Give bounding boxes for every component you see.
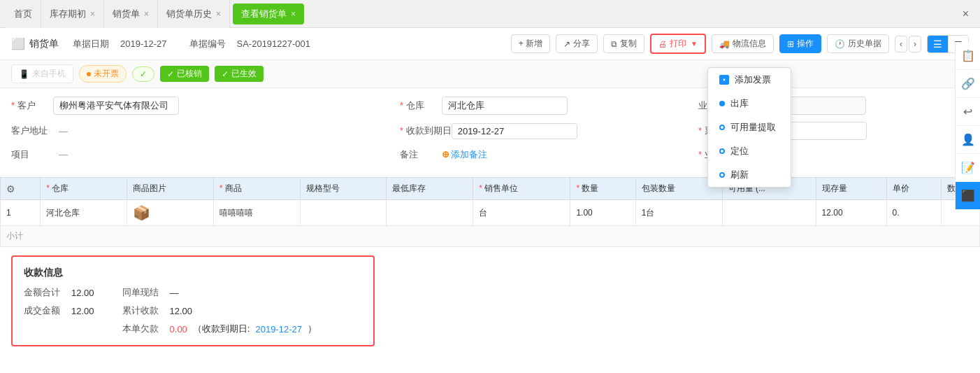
tab-view-sales[interactable]: 查看销货单 × [233,3,304,24]
tab-sales-close[interactable]: × [144,9,149,19]
tab-inventory-close[interactable]: × [90,9,95,19]
dropdown-add-invoice[interactable]: ▪ 添加发票 [708,68,791,92]
operations-dropdown: ▪ 添加发票 出库 可用量提取 定位 刷新 [707,67,791,188]
history-button[interactable]: 🕐 历史单据 [827,34,889,53]
product-table-container: ⚙ 仓库 商品图片 商品 规格型号 最低库存 销售单位 数量 包装数量 可用量 … [0,177,980,247]
page-wrapper: 首页 库存期初 × 销货单 × 销货单历史 × 查看销货单 × × ⬜ 销货单 … [0,0,980,373]
amount-value: 12.00 [71,288,94,298]
sidebar-icon-expand[interactable]: ⬛ [956,182,980,210]
tab-home[interactable]: 首页 [6,0,41,28]
next-arrow[interactable]: › [909,36,921,52]
not-opened-dot [87,72,91,76]
dropdown-available-qty[interactable]: 可用量提取 [708,115,791,139]
logistics-button[interactable]: 🚚 物流信息 [712,34,774,53]
tab-sales-label: 销货单 [113,8,140,20]
prev-arrow[interactable]: ‹ [895,36,907,52]
sidebar-icon-link[interactable]: 🔗 [956,70,980,98]
row-warehouse[interactable]: 河北仓库 [41,200,127,226]
operations-button[interactable]: ⊞ 操作 [779,34,821,53]
history-icon: 🕐 [835,39,845,49]
list-view-btn[interactable]: ☰ [928,36,949,52]
effective-badge[interactable]: ✓ 已生效 [215,66,264,82]
confirmed-icon: ✓ [140,69,147,79]
due-date-value[interactable]: 2019-12-27 [452,123,577,139]
share-label: 分享 [573,38,590,50]
new-label: + 新增 [519,38,542,50]
tab-sales-history[interactable]: 销货单历史 × [158,0,230,28]
address-field: 客户地址 — [11,124,372,139]
effective-icon: ✓ [222,69,229,79]
col-unit: 销售单位 [473,178,570,200]
add-note-text: 添加备注 [451,148,487,161]
doc-title-icon: ⬜ [11,37,25,50]
add-note-btn[interactable]: ⊕ 添加备注 [442,148,487,161]
row-unit[interactable]: 台 [473,200,570,226]
payment-title: 收款信息 [24,267,362,279]
doc-actions: + 新增 ↗ 分享 ⧉ 复制 🖨 打印 ▼ 🚚 物流信息 ⊞ 操作 [511,34,969,54]
col-product: 商品 [213,178,300,200]
same-single-label: 同单现结 [122,286,164,299]
locate-circle [719,148,725,154]
copy-label: 复制 [620,38,637,50]
gear-icon[interactable]: ⚙ [6,183,15,195]
window-close-button[interactable]: × [957,8,974,20]
tab-inventory[interactable]: 库存期初 × [41,0,104,28]
operations-icon: ⊞ [787,39,794,49]
print-button[interactable]: 🖨 打印 ▼ [650,34,706,54]
invoice-icon: ▪ [719,75,729,85]
tab-sales-history-label: 销货单历史 [166,8,212,20]
refresh-label: 刷新 [730,169,749,181]
col-image: 商品图片 [127,178,213,200]
amount-item: 金额合计 12.00 [24,286,94,299]
from-phone-btn[interactable]: 📱 来自手机 [11,64,73,83]
address-value: — [53,124,73,139]
sidebar-icon-undo[interactable]: ↩ [956,98,980,126]
copy-button[interactable]: ⧉ 复制 [603,34,644,53]
cancelled-badge[interactable]: ✓ 已核销 [160,66,209,82]
sidebar-icon-user[interactable]: 👤 [956,126,980,154]
address-label: 客户地址 [11,125,53,137]
row-stock: 12.00 [816,200,886,226]
sidebar-icon-doc[interactable]: 📋 [956,42,980,70]
sidebar-icon-note[interactable]: 📝 [956,154,980,182]
effective-label: 已生效 [231,68,257,80]
form-row-1: 客户 柳州粤港平安气体有限公司 仓库 河北仓库 业务员 演示账号 [11,97,969,115]
tab-view-sales-close[interactable]: × [291,9,296,19]
form-section: 客户 柳州粤港平安气体有限公司 仓库 河北仓库 业务员 演示账号 客户地址 — … [0,88,980,177]
cancelled-icon: ✓ [167,69,174,79]
row-product[interactable]: 嘻嘻嘻嘻 [213,200,300,226]
doc-no-value: SA-20191227-001 [237,38,311,49]
total-collected-value: 12.00 [170,306,193,316]
logistics-icon: 🚚 [719,39,730,49]
due-end: ） [308,323,317,335]
confirmed-badge[interactable]: ✓ [132,66,154,82]
dropdown-outbound[interactable]: 出库 [708,92,791,115]
subtotal-label: 小计 [1,226,980,247]
tab-sales[interactable]: 销货单 × [104,0,158,28]
dropdown-refresh[interactable]: 刷新 [708,163,791,187]
deal-value: 12.00 [71,306,94,316]
customer-value[interactable]: 柳州粤港平安气体有限公司 [53,97,179,115]
row-price[interactable]: 0. [886,200,941,226]
share-icon: ↗ [563,39,570,49]
same-single-item: 同单现结 — [122,286,317,299]
warehouse-value[interactable]: 河北仓库 [442,97,568,115]
row-qty[interactable]: 1.00 [570,200,635,226]
new-button[interactable]: + 新增 [511,34,550,53]
not-opened-badge[interactable]: 未开票 [79,65,127,83]
tab-sales-history-close[interactable]: × [216,9,221,19]
project-value: — [53,147,73,162]
dropdown-locate[interactable]: 定位 [708,139,791,163]
outbound-label: 出库 [730,97,749,110]
warehouse-field: 仓库 河北仓库 [400,97,670,115]
deal-label: 成交金额 [24,304,66,317]
row-pkg-qty[interactable]: 1台 [635,200,722,226]
product-table: ⚙ 仓库 商品图片 商品 规格型号 最低库存 销售单位 数量 包装数量 可用量 … [0,177,980,247]
share-button[interactable]: ↗ 分享 [556,34,598,53]
due-label: 本单欠款 [122,323,164,335]
due-date-field: 收款到期日 2019-12-27 [400,123,670,139]
nav-arrows: ‹ › [895,36,921,52]
due-date-label: 收款到期日 [400,125,452,137]
row-available [722,200,816,226]
refresh-circle [719,172,725,178]
